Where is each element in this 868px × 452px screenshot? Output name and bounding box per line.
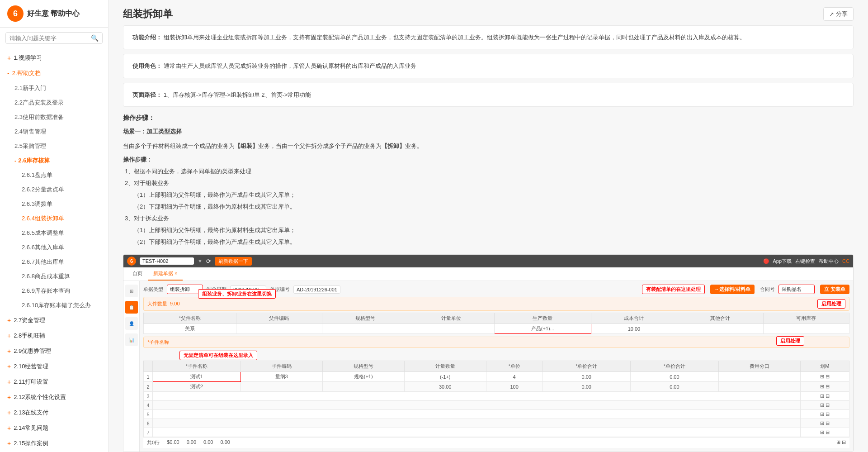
app-body: ⊞ 📋 👤 📊 单据类型 组装拆卸 制单日期 2019-12-26 <box>123 281 853 452</box>
app-form-area: 单据类型 组装拆卸 制单日期 2019-12-26 单据编号 AD-201912… <box>140 281 853 452</box>
app-topbar-logo: 6 <box>127 257 136 266</box>
sidebar-item-2-6-10[interactable]: 2.6.10库存账本错了怎么办 <box>0 298 108 313</box>
th-cost: 成本合计 <box>591 313 677 324</box>
sidebar-item-2-2[interactable]: 2.2产品安装及登录 <box>0 95 108 110</box>
sidebar-item-2-6-5[interactable]: 2.6.5成本调整单 <box>0 226 108 240</box>
upper-table-row-1: 关系 产品(+1)... 10.00 <box>144 324 849 334</box>
left-nav-user[interactable]: 👤 <box>125 317 138 330</box>
sidebar-item-2-6[interactable]: - 2.6库存核算 <box>0 153 108 168</box>
lower-table-row-5: 5 ⊞ ⊟ <box>144 410 849 419</box>
bill-input[interactable]: AD-20191226-001 <box>293 285 340 294</box>
app-nav: 自页 新建单据 × <box>123 267 853 281</box>
search-icon[interactable]: 🔍 <box>91 34 99 42</box>
expand-icon: + <box>7 54 11 62</box>
lower-table-row-6: 6 ⊞ ⊟ <box>144 419 849 428</box>
sidebar-item-help[interactable]: - 2.帮助文档 <box>0 66 108 81</box>
th-child-spec: 规格型号 <box>322 361 404 372</box>
annotation-3: 组装业务、拆卸业务在这里切换 <box>198 289 276 299</box>
collapse-icon: - <box>7 70 9 77</box>
sidebar-item-2-1[interactable]: 2.1新手入门 <box>0 81 108 95</box>
annotation-6: 启用处理 <box>776 336 804 346</box>
sidebar-item-2-6-9[interactable]: 2.6.9库存账本查询 <box>0 284 108 298</box>
app-topbar-billno: TEST-H002 <box>140 257 194 265</box>
annotation-btn-2[interactable]: 立 安装单 <box>820 285 849 294</box>
sidebar-item-2-6-3[interactable]: 2.6.3调拨单 <box>0 197 108 211</box>
sidebar-item-2-15[interactable]: + 2.15操作案例 <box>0 436 108 451</box>
sidebar-item-video[interactable]: + 1.视频学习 <box>0 50 108 66</box>
form-row-2-wrapper: 大件数量: 9.00 组装业务、拆卸业务在这里切换 启用处理 <box>143 297 849 334</box>
sidebar-item-2-12[interactable]: + 2.12系统个性化设置 <box>0 390 108 405</box>
intro-block-2: 使用角色： 通常由生产人员或库管人员完成拆装业务的操作，库管人员确认原材料的出库… <box>123 54 854 78</box>
sidebar-item-2-6-2[interactable]: 2.6.2分量盘点单 <box>0 182 108 197</box>
annotation-1: 有装配清单的在这里处理 <box>642 285 705 294</box>
upper-table: *父件名称 父件编码 规格型号 计量单位 生产数量 成本合计 其他合计 可用库存 <box>143 313 849 334</box>
sidebar-item-2-10[interactable]: + 2.10经营管理 <box>0 359 108 374</box>
th-unit: 计量单位 <box>408 313 494 324</box>
lower-table: *子件名称 子件编码 规格型号 计量数量 *单位 *单价合计 *单价合计 费用分… <box>143 361 849 437</box>
app-topbar: 6 TEST-H002 ▼ ⟳ 刷新数据一下 🔴 App下载 右键检查 帮助中心… <box>123 255 853 267</box>
search-box[interactable]: 🔍 <box>5 32 103 44</box>
sidebar-item-2-11[interactable]: + 2.11打印设置 <box>0 374 108 390</box>
sidebar-item-2-13[interactable]: + 2.13在线支付 <box>0 405 108 420</box>
share-button[interactable]: ↗ 分享 <box>823 7 854 21</box>
topbar-refresh-btn[interactable]: 刷新数据一下 <box>215 257 252 266</box>
sidebar-item-2-3[interactable]: 2.3使用前数据准备 <box>0 110 108 124</box>
sidebar-item-2-6-4[interactable]: 2.6.4组装拆卸单 <box>0 211 108 226</box>
lower-section-header: *子件名称 <box>143 337 849 348</box>
tab-new-bill[interactable]: 新建单据 × <box>148 267 183 281</box>
main-content: 组装拆卸单 ↗ 分享 功能介绍： 组装拆卸单用来处理企业组装或拆卸等加工业务，支… <box>108 0 868 452</box>
th-other: 其他合计 <box>677 313 763 324</box>
type-label: 单据类型 <box>143 286 163 293</box>
screenshot-container: 6 TEST-H002 ▼ ⟳ 刷新数据一下 🔴 App下载 右键检查 帮助中心… <box>123 254 854 452</box>
page-title: 组装拆卸单 <box>123 7 173 21</box>
steps-block: 操作步骤： 1、根据不同的业务，选择不同单据的类型来处理 2、对于组装业务 （1… <box>123 154 854 248</box>
annotation-4: 启用处理 <box>817 299 845 309</box>
app-left-nav: ⊞ 📋 👤 📊 <box>123 281 140 452</box>
upper-section-header: 大件数量: 9.00 组装业务、拆卸业务在这里切换 启用处理 <box>143 297 849 311</box>
tab-home[interactable]: 自页 <box>127 267 148 281</box>
sidebar-item-2-5[interactable]: 2.5采购管理 <box>0 139 108 153</box>
th-spec: 规格型号 <box>322 313 408 324</box>
sidebar: 6 好生意 帮助中心 🔍 + 1.视频学习 - 2.帮助文档 2.1新手入门 2… <box>0 0 108 452</box>
sidebar-item-2-8[interactable]: + 2.8手机旺辅 <box>0 328 108 343</box>
sidebar-item-2-6-7[interactable]: 2.6.7其他出库单 <box>0 255 108 269</box>
sidebar-item-2-4[interactable]: 2.4销售管理 <box>0 124 108 139</box>
th-child-price2: *单价合计 <box>631 361 719 372</box>
left-nav-chart[interactable]: 📊 <box>125 333 138 346</box>
lower-table-row-4: 4 ⊞ ⊟ <box>144 401 849 410</box>
sidebar-item-2-14[interactable]: + 2.14常见问题 <box>0 420 108 436</box>
th-child-unit: *单位 <box>486 361 542 372</box>
type-input[interactable]: 组装拆卸 <box>167 285 203 294</box>
left-nav-home[interactable]: ⊞ <box>125 285 138 297</box>
sidebar-item-2-6-1[interactable]: 2.6.1盘点单 <box>0 168 108 182</box>
sidebar-item-2-6-8[interactable]: 2.6.8商品成本重算 <box>0 269 108 284</box>
topbar-refresh-icon: ⟳ <box>206 258 211 265</box>
app-screenshot: 6 TEST-H002 ▼ ⟳ 刷新数据一下 🔴 App下载 右键检查 帮助中心… <box>123 255 853 452</box>
sidebar-item-2-7[interactable]: + 2.7资金管理 <box>0 313 108 328</box>
th-available: 可用库存 <box>763 313 849 324</box>
content-area: 功能介绍： 组装拆卸单用来处理企业组装或拆卸等加工业务，支持有固定装配清单的产品… <box>108 25 868 452</box>
lower-table-row-3: 3 ⊞ ⊟ <box>144 392 849 401</box>
sidebar-item-2-9[interactable]: + 2.9优惠券管理 <box>0 343 108 359</box>
topbar-right: 🔴 App下载 右键检查 帮助中心 CC <box>763 258 849 265</box>
annotation-btn-1[interactable]: →选择料/材料单 <box>710 285 755 294</box>
lower-table-row-2: 2 测试2 30.00 100 0.00 0.00 <box>144 382 849 392</box>
topbar-chevron: ▼ <box>198 258 203 264</box>
th-check <box>144 361 153 372</box>
th-qty: 生产数量 <box>494 313 591 324</box>
th-child-op: 划M <box>800 361 849 372</box>
app-footer: 共0行 $0.00 0.00 0.00 0.00 ⊞ ⊟ <box>143 437 849 448</box>
intro-block-3: 页面路径： 1、库存核算->库存管理->组装拆卸单 2、首页->常用功能 <box>123 83 854 107</box>
scenario-title: 场景一：加工类型选择 <box>123 126 854 138</box>
search-input[interactable] <box>9 35 91 42</box>
th-child-qty: 计量数量 <box>404 361 486 372</box>
app-logo: 6 <box>7 5 24 22</box>
th-child-name: *子件名称 <box>153 361 241 372</box>
th-child-cost: 费用分口 <box>718 361 800 372</box>
contract-input[interactable]: 采购品名 <box>778 285 815 294</box>
sidebar-item-2-6-6[interactable]: 2.6.6其他入库单 <box>0 240 108 255</box>
lower-table-row-7: 7 ⊞ ⊟ <box>144 428 849 437</box>
scenario-desc: 当由多个子件材料组装成一个成品的业务为【组装】业务，当由一个父件拆分成多个子产品… <box>123 140 854 152</box>
left-nav-bill[interactable]: 📋 <box>125 301 138 314</box>
share-icon: ↗ <box>829 11 834 18</box>
